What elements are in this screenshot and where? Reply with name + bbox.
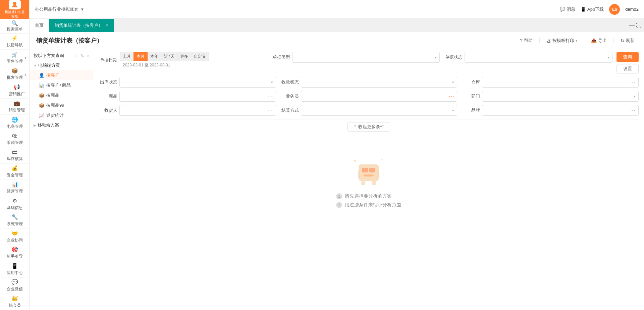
sidebar-item-ecommerce[interactable]: 🌐 电商管理: [0, 115, 29, 131]
dept-label: 部门: [461, 93, 480, 99]
date-btn-more[interactable]: 更多: [177, 52, 191, 61]
svg-rect-8: [372, 181, 376, 185]
sidebar-item-inventory[interactable]: 🗃 库存核算: [0, 147, 29, 163]
marketing-label: 营销推广: [9, 91, 25, 97]
sidebar-item-wechat[interactable]: 💬 企业微信: [0, 277, 29, 294]
sidebar-item-retail[interactable]: 🛒 零售管理 ▼: [0, 50, 29, 66]
scheme-group-header-mobile[interactable]: ▶ 移动端方案: [30, 120, 93, 130]
user-avatar-text: Ea: [612, 7, 617, 12]
sidebar-item-basic[interactable]: ⚙ 基础信息: [0, 196, 29, 212]
query-btn[interactable]: 查询: [616, 52, 639, 62]
tip-num-2: 2: [336, 202, 342, 208]
date-btn-custom[interactable]: 自定义: [191, 52, 209, 61]
sidebar-item-sales[interactable]: 💼 销售管理: [0, 99, 29, 115]
settings-btn[interactable]: 设置: [616, 64, 639, 73]
salesperson-control[interactable]: ···: [301, 91, 458, 102]
brand-label: 品牌: [461, 107, 480, 113]
search-menu[interactable]: 🔍 搜索菜单: [0, 19, 29, 34]
tab-home[interactable]: 首页: [30, 19, 49, 32]
goods-label: 商品: [99, 93, 117, 99]
scheme-item-by-return[interactable]: 📈 退货统计: [30, 110, 93, 120]
warehouse-control[interactable]: ···: [482, 77, 639, 88]
sidebar-item-marketing[interactable]: 📢 营销推广: [0, 82, 29, 98]
scheme-collapse-btn[interactable]: «: [86, 53, 89, 58]
settle-arrow: ▾: [452, 108, 454, 113]
tab-maximize-btn[interactable]: ⛶: [636, 22, 641, 29]
dept-arrow: ▾: [634, 94, 636, 99]
basic-label: 基础信息: [7, 205, 23, 211]
bill-type-label: 单据类型: [271, 54, 290, 60]
tab-sales-stat[interactable]: 销货单统计表（按客户） ✕: [49, 19, 114, 32]
scheme-panel-header: 按以下方案查询 + ✎ «: [30, 51, 93, 61]
sidebar-item-purchase[interactable]: 🛍 采购管理: [0, 131, 29, 147]
app-logo[interactable]: 畅捷通好生意 标版: [0, 0, 29, 19]
scheme-item-by-customer-goods[interactable]: 📊 按客户+商品: [30, 80, 93, 90]
top-header: 办公用品行业模拟账套 ▾ 💬 消息 📱 App下载 Ea demo2: [30, 0, 644, 19]
sidebar-item-finance[interactable]: 💰 资金管理: [0, 164, 29, 180]
goods-control[interactable]: ···: [119, 91, 276, 102]
user-avatar[interactable]: Ea: [609, 4, 620, 15]
finance-icon: 💰: [11, 165, 18, 171]
scheme-item-by-customer[interactable]: 👤 按客户: [30, 70, 93, 80]
empty-state: 1 请先选择要分析的方案 2 用过滤条件来缩小分析范围: [99, 134, 639, 228]
svg-point-10: [381, 159, 383, 160]
scheme-item-by-goods99[interactable]: 📦 按商品99: [30, 100, 93, 110]
app-download-label: App下载: [587, 6, 604, 12]
scheme-group-pc: ▼ 电脑端方案 👤 按客户 📊 按客户+商品 📦 按商品: [30, 61, 93, 120]
sidebar-item-newbie[interactable]: 🎯 新手引导: [0, 245, 29, 261]
date-btn-last-month[interactable]: 上月: [120, 52, 134, 61]
export-label: 导出: [598, 38, 607, 44]
sidebar-item-quick-nav[interactable]: ⚡ 快捷导航: [0, 34, 29, 50]
collect-status-label: 收款状态: [280, 79, 299, 85]
empty-icon: [348, 154, 389, 188]
scheme-item-by-goods[interactable]: 📦 按商品: [30, 90, 93, 100]
purchase-label: 采购管理: [7, 140, 23, 146]
receiver-control[interactable]: ···: [119, 105, 276, 116]
scheme-item-label-customer: 按客户: [46, 72, 59, 78]
sidebar-item-enterprise[interactable]: 🤝 企业协同: [0, 229, 29, 245]
user-name: demo2: [625, 7, 639, 12]
scheme-item-label-return: 退货统计: [46, 112, 64, 118]
tab-close-btn[interactable]: ✕: [105, 23, 109, 28]
out-status-control[interactable]: ▾: [119, 77, 276, 88]
collapse-btn[interactable]: ⌃ 收起更多条件: [347, 122, 390, 132]
empty-tip-2: 2 用过滤条件来缩小分析范围: [336, 202, 401, 208]
tab-minimize-btn[interactable]: —: [629, 22, 635, 29]
date-btn-this-year[interactable]: 本年: [147, 52, 161, 61]
dept-control[interactable]: ▾: [482, 91, 639, 102]
sidebar-item-member[interactable]: 👑 畅会员: [0, 294, 29, 310]
refresh-btn[interactable]: ↻ 刷新: [618, 36, 637, 45]
out-status-arrow: ▾: [271, 80, 273, 85]
sidebar-item-operations[interactable]: 📊 经营管理: [0, 180, 29, 196]
date-btn-7days[interactable]: 近7天: [161, 52, 177, 61]
filter-section: 单据日期 上月 本月 本年 近7天 更多 自定义 20: [99, 52, 639, 134]
app-download-btn[interactable]: 📱 App下载: [581, 6, 604, 12]
scheme-add-btn[interactable]: +: [75, 53, 78, 58]
date-btn-this-month[interactable]: 本月: [133, 52, 148, 61]
sidebar-item-wholesale[interactable]: 📦 批发管理 ▲: [0, 66, 29, 82]
collapse-row: ⌃ 收起更多条件: [99, 119, 639, 134]
svg-rect-3: [369, 168, 375, 172]
message-btn[interactable]: 💬 消息: [560, 6, 575, 12]
divider2: [584, 38, 584, 43]
settle-control[interactable]: ▾: [301, 105, 458, 116]
print-btn[interactable]: 🖨 按模板打印 ▾: [544, 36, 580, 45]
help-btn[interactable]: ? 帮助: [517, 36, 535, 45]
bill-type-control[interactable]: ▾: [292, 52, 440, 63]
bill-type-arrow: ▾: [435, 55, 437, 60]
svg-point-0: [13, 2, 16, 5]
retail-icon: 🛒: [11, 51, 18, 58]
salesperson-ellipsis: ···: [449, 93, 454, 99]
scheme-group-header-pc[interactable]: ▼ 电脑端方案: [30, 61, 93, 70]
sidebar-item-appcenter[interactable]: 📱 应用中心: [0, 261, 29, 277]
sidebar-item-system[interactable]: 🔧 系统管理: [0, 212, 29, 228]
export-btn[interactable]: 📤 导出: [588, 36, 609, 45]
wechat-label: 企业微信: [7, 286, 23, 292]
brand-control[interactable]: ···: [482, 105, 639, 116]
bill-status-control[interactable]: ▾: [465, 52, 612, 63]
collect-status-control[interactable]: ▾: [301, 77, 458, 88]
scheme-edit-btn[interactable]: ✎: [80, 53, 84, 58]
scheme-item-label-cg: 按客户+商品: [46, 82, 71, 88]
scheme-group-label-mobile: 移动端方案: [38, 122, 59, 128]
print-icon: 🖨: [546, 38, 551, 43]
